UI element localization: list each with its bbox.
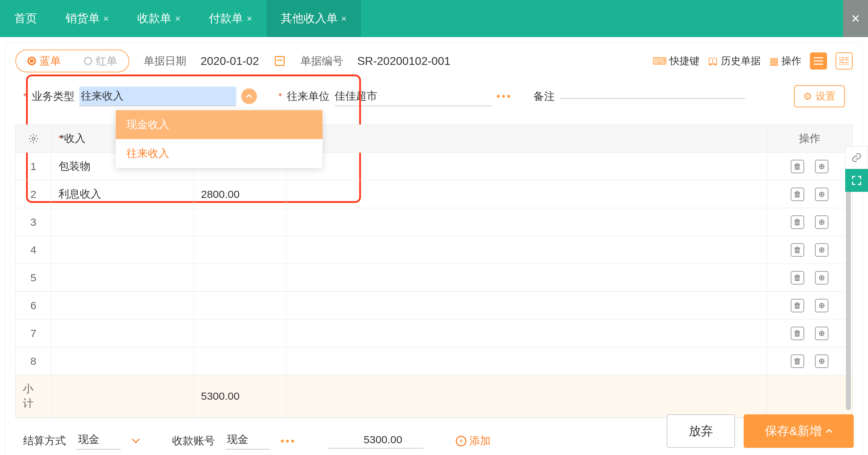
- add-row-button[interactable]: ⊕: [815, 327, 828, 340]
- cell-note[interactable]: [286, 180, 767, 208]
- close-icon[interactable]: ×: [175, 13, 180, 24]
- cell-note[interactable]: [286, 208, 767, 236]
- delete-row-button[interactable]: 🗑: [791, 215, 804, 229]
- delete-row-button[interactable]: 🗑: [791, 354, 804, 368]
- cell-note[interactable]: [286, 347, 767, 375]
- save-button[interactable]: 保存&新增: [744, 414, 854, 448]
- remark-label: 备注: [533, 89, 555, 104]
- cell-name[interactable]: [51, 319, 194, 347]
- tab-home[interactable]: 首页: [0, 0, 51, 37]
- shortcut-button[interactable]: ⌨快捷键: [652, 54, 699, 68]
- cell-name[interactable]: [51, 208, 194, 236]
- row-number: 8: [16, 347, 51, 375]
- cell-note[interactable]: [286, 319, 767, 347]
- history-button[interactable]: 🕮历史单据: [708, 54, 761, 68]
- calendar-icon[interactable]: [273, 55, 286, 67]
- gear-icon: ⚙: [803, 91, 812, 102]
- biztype-group: * 业务类型 往来收入: [23, 87, 257, 106]
- chevron-down-icon[interactable]: [131, 438, 140, 444]
- table-settings-button[interactable]: [16, 125, 51, 152]
- doc-type-toggle: 蓝单 红单: [15, 50, 129, 72]
- delete-row-button[interactable]: 🗑: [791, 299, 804, 312]
- expand-button[interactable]: [845, 169, 868, 192]
- subtotal-amount: 5300.00: [194, 375, 286, 417]
- delete-row-button[interactable]: 🗑: [791, 271, 804, 285]
- cell-amount[interactable]: [194, 236, 286, 264]
- cell-name[interactable]: [51, 264, 194, 291]
- attach-button[interactable]: [845, 146, 868, 169]
- close-icon[interactable]: ×: [103, 13, 109, 24]
- cell-note[interactable]: [286, 153, 767, 180]
- delete-row-button[interactable]: 🗑: [791, 160, 804, 173]
- biztype-label: 业务类型: [32, 89, 74, 104]
- table-row: 8 🗑⊕: [16, 347, 852, 375]
- scrollbar-thumb[interactable]: [846, 171, 851, 410]
- tab-receipt[interactable]: 收款单×: [123, 0, 195, 37]
- party-input[interactable]: 佳佳超市: [335, 87, 491, 106]
- add-row-button[interactable]: ⊕: [815, 354, 828, 368]
- cell-amount[interactable]: [194, 208, 286, 236]
- settings-button[interactable]: ⚙ 设置: [794, 85, 845, 107]
- tab-sales[interactable]: 销货单×: [51, 0, 123, 37]
- required-mark: *: [23, 91, 27, 102]
- delete-row-button[interactable]: 🗑: [791, 188, 804, 201]
- tabbar-close-button[interactable]: ×: [843, 0, 868, 37]
- chevron-up-icon: [826, 429, 832, 433]
- cell-note[interactable]: [286, 264, 767, 291]
- tab-other-income[interactable]: 其他收入单×: [267, 0, 361, 37]
- subtotal-row: 小计 5300.00: [16, 375, 852, 418]
- cell-name[interactable]: [51, 292, 194, 319]
- red-doc-pill[interactable]: 红单: [72, 50, 129, 72]
- add-payment-button[interactable]: + 添加: [456, 434, 491, 448]
- add-row-button[interactable]: ⊕: [815, 243, 828, 257]
- cell-amount[interactable]: [194, 264, 286, 291]
- add-row-button[interactable]: ⊕: [815, 160, 828, 173]
- table-row: 2 利息收入 2800.00 🗑⊕: [16, 180, 852, 208]
- delete-row-button[interactable]: 🗑: [791, 327, 804, 340]
- svg-point-2: [32, 137, 35, 140]
- close-icon[interactable]: ×: [247, 13, 252, 24]
- cell-name[interactable]: [51, 347, 194, 375]
- dropdown-option-ar[interactable]: 往来收入: [116, 139, 322, 168]
- cell-name[interactable]: [51, 236, 194, 264]
- chevron-up-icon[interactable]: [241, 88, 257, 104]
- account-value[interactable]: 现金: [226, 432, 270, 450]
- more-icon[interactable]: •••: [496, 90, 512, 102]
- biztype-input[interactable]: 往来收入: [79, 87, 236, 106]
- tab-payment[interactable]: 付款单×: [195, 0, 266, 37]
- add-row-button[interactable]: ⊕: [815, 188, 828, 201]
- cell-amount[interactable]: [194, 319, 286, 347]
- view-grid-button[interactable]: [836, 52, 853, 70]
- footer-actions: 放弃 保存&新增: [667, 414, 854, 448]
- cell-amount[interactable]: [194, 347, 286, 375]
- method-value[interactable]: 现金: [77, 432, 121, 450]
- view-list-button[interactable]: [810, 52, 827, 70]
- table-row: 6 🗑⊕: [16, 292, 852, 319]
- col-ops: 操作: [767, 125, 852, 152]
- blue-doc-pill[interactable]: 蓝单: [16, 50, 72, 72]
- payment-amount[interactable]: 5300.00: [328, 434, 424, 449]
- more-icon[interactable]: •••: [280, 435, 296, 447]
- add-row-button[interactable]: ⊕: [815, 299, 828, 312]
- remark-group: 备注: [533, 89, 745, 104]
- cell-name[interactable]: 利息收入: [51, 180, 194, 208]
- operations-button[interactable]: ▦操作: [769, 54, 801, 68]
- cell-amount[interactable]: 2800.00: [194, 180, 286, 208]
- side-buttons: [845, 146, 868, 192]
- date-value[interactable]: 2020-01-02: [201, 55, 259, 68]
- close-icon[interactable]: ×: [341, 13, 347, 24]
- dropdown-option-cash[interactable]: 现金收入: [116, 110, 322, 139]
- row-number: 7: [16, 319, 51, 347]
- table-row: 5 🗑⊕: [16, 264, 852, 292]
- discard-button[interactable]: 放弃: [667, 414, 735, 448]
- add-row-button[interactable]: ⊕: [815, 215, 828, 229]
- cell-amount[interactable]: [194, 292, 286, 319]
- delete-row-button[interactable]: 🗑: [791, 243, 804, 257]
- cell-note[interactable]: [286, 236, 767, 264]
- account-label: 收款账号: [172, 434, 215, 448]
- remark-input[interactable]: [560, 94, 745, 99]
- add-row-button[interactable]: ⊕: [815, 271, 828, 285]
- row-number: 2: [16, 180, 51, 208]
- cell-note[interactable]: [286, 292, 767, 319]
- method-label: 结算方式: [23, 434, 66, 448]
